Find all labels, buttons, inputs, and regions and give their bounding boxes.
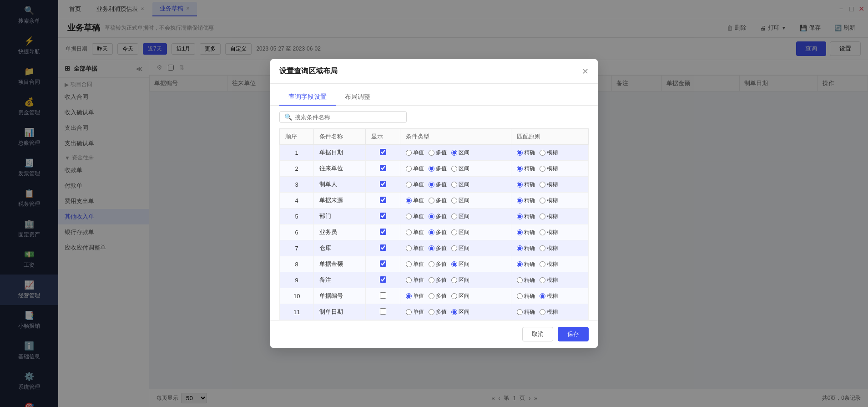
type-radio-item[interactable]: 单值 [406, 149, 424, 157]
match-radio[interactable] [540, 277, 545, 283]
type-radio[interactable] [451, 277, 457, 283]
type-radio[interactable] [429, 214, 434, 219]
type-radio[interactable] [406, 293, 412, 299]
type-radio[interactable] [429, 182, 434, 188]
type-radio[interactable] [429, 198, 434, 204]
match-radio[interactable] [540, 198, 545, 204]
match-radio[interactable] [540, 245, 545, 251]
type-radio-item[interactable]: 多值 [429, 244, 447, 252]
match-radio-item[interactable]: 精确 [517, 213, 535, 220]
type-radio[interactable] [451, 309, 457, 315]
match-radio-item[interactable]: 模糊 [540, 149, 558, 157]
type-radio[interactable] [451, 261, 457, 267]
show-checkbox[interactable] [380, 292, 386, 299]
match-radio[interactable] [540, 166, 545, 172]
type-radio[interactable] [451, 198, 457, 204]
type-radio[interactable] [451, 214, 457, 219]
type-radio-item[interactable]: 单值 [406, 229, 424, 236]
type-radio-item[interactable]: 区间 [451, 229, 469, 236]
type-radio-item[interactable]: 区间 [451, 213, 469, 220]
match-radio[interactable] [517, 309, 523, 315]
match-radio[interactable] [540, 214, 545, 219]
type-radio[interactable] [429, 245, 434, 251]
type-radio[interactable] [429, 309, 434, 315]
type-radio[interactable] [406, 150, 412, 156]
match-radio-item[interactable]: 精确 [517, 165, 535, 173]
type-radio[interactable] [429, 293, 434, 299]
type-radio[interactable] [406, 245, 412, 251]
match-radio-item[interactable]: 模糊 [540, 260, 558, 268]
match-radio[interactable] [517, 166, 523, 172]
type-radio[interactable] [406, 214, 412, 219]
type-radio-item[interactable]: 单值 [406, 292, 424, 300]
type-radio[interactable] [451, 293, 457, 299]
type-radio[interactable] [406, 309, 412, 315]
type-radio[interactable] [406, 229, 412, 235]
type-radio-item[interactable]: 区间 [451, 149, 469, 157]
match-radio[interactable] [517, 245, 523, 251]
match-radio[interactable] [540, 309, 545, 315]
show-checkbox[interactable] [380, 308, 386, 315]
match-radio-item[interactable]: 模糊 [540, 276, 558, 284]
type-radio-item[interactable]: 区间 [451, 181, 469, 188]
show-checkbox[interactable] [380, 197, 386, 203]
match-radio-item[interactable]: 模糊 [540, 165, 558, 173]
match-radio-item[interactable]: 精确 [517, 292, 535, 300]
type-radio-item[interactable]: 单值 [406, 165, 424, 173]
type-radio-item[interactable]: 区间 [451, 276, 469, 284]
type-radio-item[interactable]: 区间 [451, 244, 469, 252]
type-radio-item[interactable]: 单值 [406, 260, 424, 268]
match-radio[interactable] [517, 182, 523, 188]
match-radio[interactable] [540, 229, 545, 235]
type-radio-item[interactable]: 多值 [429, 165, 447, 173]
type-radio-item[interactable]: 单值 [406, 308, 424, 316]
type-radio-item[interactable]: 多值 [429, 260, 447, 268]
match-radio-item[interactable]: 模糊 [540, 308, 558, 316]
type-radio[interactable] [429, 261, 434, 267]
type-radio-item[interactable]: 多值 [429, 149, 447, 157]
show-checkbox[interactable] [380, 213, 386, 219]
match-radio[interactable] [517, 150, 523, 156]
type-radio-item[interactable]: 多值 [429, 292, 447, 300]
type-radio-item[interactable]: 多值 [429, 308, 447, 316]
match-radio-item[interactable]: 模糊 [540, 181, 558, 188]
show-checkbox[interactable] [380, 165, 386, 171]
save-button[interactable]: 保存 [558, 327, 589, 341]
type-radio-item[interactable]: 单值 [406, 213, 424, 220]
type-radio-item[interactable]: 多值 [429, 213, 447, 220]
type-radio[interactable] [451, 150, 457, 156]
show-checkbox[interactable] [380, 244, 386, 251]
show-checkbox[interactable] [380, 229, 386, 235]
type-radio-item[interactable]: 多值 [429, 181, 447, 188]
match-radio[interactable] [540, 261, 545, 267]
match-radio-item[interactable]: 精确 [517, 308, 535, 316]
type-radio-item[interactable]: 区间 [451, 165, 469, 173]
type-radio-item[interactable]: 单值 [406, 244, 424, 252]
type-radio[interactable] [406, 198, 412, 204]
match-radio-item[interactable]: 精确 [517, 276, 535, 284]
show-checkbox[interactable] [380, 181, 386, 187]
type-radio[interactable] [429, 166, 434, 172]
match-radio-item[interactable]: 精确 [517, 244, 535, 252]
cancel-button[interactable]: 取消 [522, 327, 553, 341]
match-radio[interactable] [517, 293, 523, 299]
match-radio[interactable] [517, 277, 523, 283]
type-radio[interactable] [451, 229, 457, 235]
match-radio-item[interactable]: 模糊 [540, 244, 558, 252]
type-radio-item[interactable]: 区间 [451, 308, 469, 316]
match-radio[interactable] [517, 229, 523, 235]
match-radio-item[interactable]: 模糊 [540, 229, 558, 236]
match-radio[interactable] [517, 214, 523, 219]
match-radio-item[interactable]: 精确 [517, 197, 535, 204]
match-radio-item[interactable]: 模糊 [540, 213, 558, 220]
type-radio[interactable] [429, 277, 434, 283]
type-radio-item[interactable]: 区间 [451, 292, 469, 300]
type-radio-item[interactable]: 多值 [429, 276, 447, 284]
type-radio[interactable] [451, 166, 457, 172]
type-radio-item[interactable]: 区间 [451, 197, 469, 204]
type-radio[interactable] [451, 245, 457, 251]
type-radio-item[interactable]: 多值 [429, 197, 447, 204]
match-radio-item[interactable]: 模糊 [540, 292, 558, 300]
type-radio-item[interactable]: 单值 [406, 197, 424, 204]
match-radio[interactable] [517, 261, 523, 267]
